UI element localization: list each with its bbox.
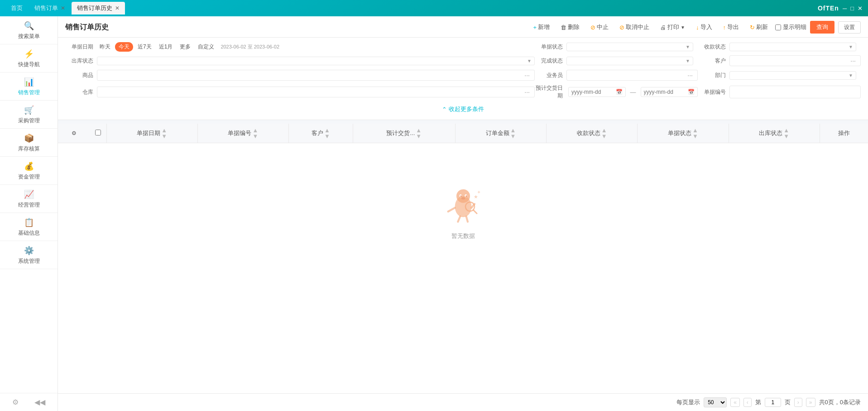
warehouse-dots-btn[interactable]: ··· [523, 88, 532, 96]
sidebar-item-inventory[interactable]: 📦 库存核算 [0, 129, 58, 157]
date-btn-custom[interactable]: 自定义 [195, 42, 217, 52]
print-button[interactable]: 🖨 打印 ▼ [657, 21, 689, 33]
next-page-btn[interactable]: › [794, 398, 802, 407]
display-detail-label: 显示明细 [783, 23, 806, 31]
col-order-status-sort: ▲▼ [692, 127, 698, 139]
salesperson-label: 业务员 [535, 72, 566, 79]
date-btn-today[interactable]: 今天 [115, 42, 133, 52]
stop-button[interactable]: ⊘ 中止 [587, 21, 612, 33]
status-label: 单据状态 [535, 43, 566, 51]
sidebar-item-search-menu[interactable]: 🔍 搜索菜单 [0, 16, 58, 44]
sidebar-collapse-icon[interactable]: ◀◀ [34, 398, 45, 406]
query-button[interactable]: 查询 [810, 21, 834, 34]
customer-dots-btn[interactable]: ··· [849, 57, 858, 64]
delivery-date-to[interactable]: 📅 [641, 87, 698, 97]
col-date[interactable]: 单据日期 ▲▼ [106, 124, 197, 143]
pagination-bar: 每页显示 20 50 100 « ‹ 第 页 › » 共0页，0条记录 [58, 393, 868, 411]
goods-dots-btn[interactable]: ··· [523, 72, 532, 79]
delivery-date-to-input[interactable] [644, 89, 688, 95]
operations-icon: 📈 [24, 189, 34, 199]
empty-state-row: ★ ✦ 暂无数据 [58, 143, 868, 277]
first-page-btn[interactable]: « [730, 398, 740, 407]
col-expected-delivery[interactable]: 预计交货... ▲▼ [353, 124, 455, 143]
status-select[interactable]: ▼ [566, 43, 693, 51]
col-payment-status[interactable]: 收款状态 ▲▼ [547, 124, 638, 143]
window-close[interactable]: ✕ [858, 5, 863, 12]
prev-page-btn[interactable]: ‹ [743, 398, 752, 407]
date-range-display: 2023-06-02 至 2023-06-02 [221, 44, 279, 50]
calendar-from-icon[interactable]: 📅 [616, 89, 623, 95]
col-date-label: 单据日期 [137, 129, 160, 137]
sales-mgmt-icon: 📊 [24, 77, 34, 87]
collapse-btn[interactable]: ⌃ 收起更多条件 [65, 103, 861, 115]
tab-sales-order-history[interactable]: 销售订单历史 ✕ [72, 2, 125, 15]
sidebar-item-basic-info[interactable]: 📋 基础信息 [0, 213, 58, 241]
select-all-checkbox[interactable] [95, 130, 101, 135]
payment-status-select[interactable]: ▼ [729, 43, 856, 51]
expected-delivery-label: 预计交货日期 [535, 84, 566, 100]
sidebar-item-purchase-mgmt[interactable]: 🛒 采购管理 [0, 101, 58, 129]
sidebar-item-finance[interactable]: 💰 资金管理 [0, 157, 58, 185]
col-date-sort: ▲▼ [161, 127, 167, 139]
import-button[interactable]: ↓ 导入 [692, 21, 716, 33]
sidebar-item-operations[interactable]: 📈 经营管理 [0, 185, 58, 213]
sidebar-item-quick-nav[interactable]: ⚡ 快捷导航 [0, 44, 58, 73]
display-detail-input[interactable] [775, 24, 781, 30]
dept-select[interactable]: ▼ [729, 71, 856, 80]
date-btn-more[interactable]: 更多 [177, 42, 193, 52]
sidebar-item-sys-mgmt[interactable]: ⚙️ 系统管理 [0, 241, 58, 269]
date-btn-7days[interactable]: 近7天 [135, 42, 154, 52]
display-detail-checkbox[interactable]: 显示明细 [775, 23, 806, 31]
window-maximize[interactable]: □ [850, 5, 854, 12]
sidebar-bottom: ⚙ ◀◀ [0, 393, 58, 411]
col-warehouse-status[interactable]: 出库状态 ▲▼ [729, 124, 820, 143]
settings-button[interactable]: 设置 [838, 21, 861, 34]
col-order-no[interactable]: 单据编号 ▲▼ [197, 124, 288, 143]
tab-sales-order[interactable]: 销售订单 ✕ [29, 2, 71, 15]
date-label: 单据日期 [65, 43, 97, 51]
last-page-btn[interactable]: » [806, 398, 815, 407]
date-btn-yesterday[interactable]: 昨天 [97, 42, 113, 52]
export-label: 导出 [727, 23, 739, 31]
col-order-status[interactable]: 单据状态 ▲▼ [638, 124, 729, 143]
cancel-stop-button[interactable]: ⊘ 取消中止 [616, 21, 653, 33]
table-header-row: ⚙ 单据日期 ▲▼ 单据编号 [58, 124, 868, 143]
calendar-to-icon[interactable]: 📅 [688, 89, 695, 95]
tab-home[interactable]: 首页 [5, 2, 28, 15]
new-button[interactable]: + 新增 [530, 21, 554, 33]
col-customer-label: 客户 [312, 129, 323, 137]
refresh-button[interactable]: ↻ 刷新 [746, 21, 772, 33]
sidebar-settings-icon[interactable]: ⚙ [12, 398, 19, 406]
salesperson-dots-btn[interactable]: ··· [686, 72, 695, 79]
col-amount[interactable]: 订单金额 ▲▼ [455, 124, 546, 143]
page-size-select[interactable]: 20 50 100 [704, 397, 727, 407]
warehouse-status-dropdown-icon: ▼ [527, 58, 532, 63]
tab-sales-order-history-close[interactable]: ✕ [115, 5, 120, 11]
delivery-date-from[interactable]: 📅 [568, 87, 626, 97]
sidebar-label-finance: 资金管理 [18, 173, 40, 181]
page-number-input[interactable] [765, 398, 781, 407]
export-button[interactable]: ↑ 导出 [719, 21, 743, 33]
svg-point-6 [461, 197, 465, 199]
warehouse-status-select[interactable]: ▼ [97, 57, 535, 65]
tab-sales-order-close[interactable]: ✕ [61, 5, 65, 11]
window-minimize[interactable]: ─ [843, 5, 847, 12]
date-filter-field: 昨天 今天 近7天 近1月 更多 自定义 2023-06-02 至 2023-0… [97, 42, 535, 52]
delete-button[interactable]: 🗑 删除 [557, 21, 583, 33]
page-prefix: 第 [755, 398, 761, 406]
table-settings-col[interactable]: ⚙ [58, 124, 90, 143]
date-btn-1month[interactable]: 近1月 [156, 42, 176, 52]
print-icon: 🖨 [660, 24, 666, 31]
toolbar: + 新增 🗑 删除 ⊘ 中止 ⊘ 取消中止 🖨 打印 [530, 21, 861, 34]
quick-nav-icon: ⚡ [24, 49, 34, 59]
completion-status-select[interactable]: ▼ [566, 57, 693, 65]
sidebar-label-basic-info: 基础信息 [18, 229, 40, 237]
col-customer[interactable]: 客户 ▲▼ [289, 124, 353, 143]
delivery-date-from-input[interactable] [571, 89, 616, 95]
tab-bar: 首页 销售订单 ✕ 销售订单历史 ✕ [5, 0, 125, 16]
sidebar-item-sales-mgmt[interactable]: 📊 销售管理 [0, 73, 58, 101]
filter-row-1: 单据日期 昨天 今天 近7天 近1月 更多 自定义 2023-06-02 至 2… [65, 42, 861, 52]
collapse-label: 收起更多条件 [449, 105, 484, 113]
filter-row-2: 出库状态 ▼ 完成状态 ▼ 客户 [65, 55, 861, 66]
svg-text:✦: ✦ [477, 189, 481, 195]
